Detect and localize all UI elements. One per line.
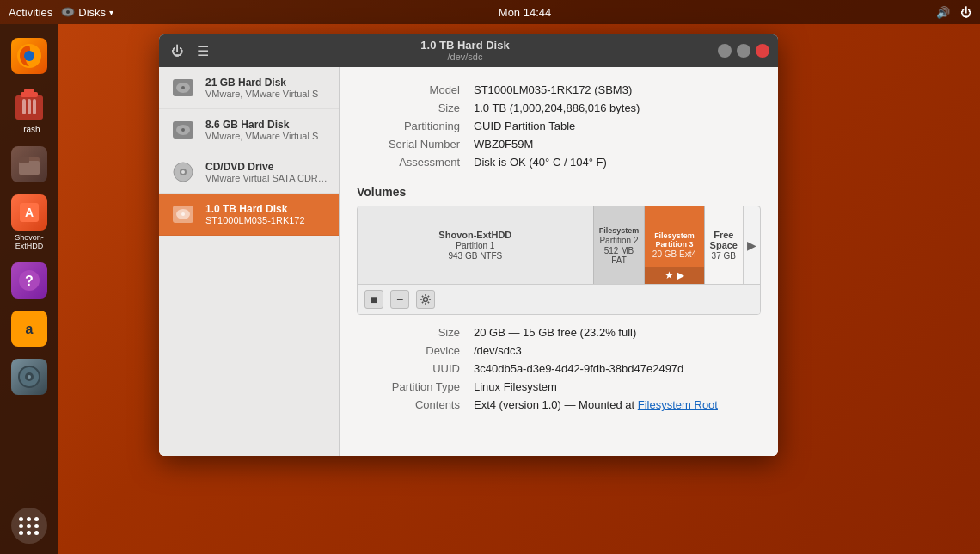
maximize-button[interactable]	[737, 44, 750, 58]
close-button[interactable]	[756, 44, 769, 58]
svg-point-1	[66, 10, 70, 14]
apps-grid-button[interactable]	[11, 508, 47, 544]
volumes-label: Volumes	[357, 185, 761, 199]
part-contents-label: Contents	[357, 396, 469, 414]
filesystem-root-link[interactable]: Filesystem Root	[638, 398, 718, 411]
activities-button[interactable]: Activities	[9, 6, 52, 19]
trash-icon	[11, 86, 47, 122]
partition-ntfs-sub1: Partition 1	[456, 241, 494, 250]
svg-rect-7	[22, 99, 26, 114]
remove-button[interactable]: −	[390, 290, 409, 309]
clock: Mon 14:44	[499, 6, 551, 19]
disk-item-text-1tb: 1.0 TB Hard Disk ST1000LM035-1RK172	[205, 203, 328, 225]
disk-item-text-21gb: 21 GB Hard Disk VMware, VMware Virtual S	[205, 77, 328, 99]
volumes-nav-row: Shovon-ExtHDD Partition 1 943 GB NTFS Fi…	[358, 206, 760, 284]
disk-icon-cdrom	[169, 158, 197, 186]
partition-ntfs-sub2: 943 GB NTFS	[448, 251, 502, 261]
volumes-nav-arrow[interactable]: ▶	[743, 206, 760, 284]
sidebar-item-21gb[interactable]: 21 GB Hard Disk VMware, VMware Virtual S	[159, 67, 339, 109]
power-button[interactable]: ⏻	[168, 42, 187, 59]
svg-point-24	[181, 86, 185, 89]
partition-info-table: Size 20 GB — 15 GB free (23.2% full) Dev…	[357, 323, 761, 414]
serial-label: Serial Number	[357, 135, 469, 153]
svg-point-34	[424, 298, 428, 302]
titlebar: ⏻ ☰ 1.0 TB Hard Disk /dev/sdc	[159, 34, 778, 67]
part-type-label: Partition Type	[357, 378, 469, 396]
disk-icon-1tb	[169, 200, 197, 228]
settings-button[interactable]	[416, 290, 435, 309]
dock-label-trash: Trash	[18, 125, 40, 134]
partition-ext4[interactable]: Filesystem Partition 3 20 GB Ext4 ★ ▶	[645, 206, 704, 284]
disk-item-text-8gb: 8.6 GB Hard Disk VMware, VMware Virtual …	[205, 119, 328, 141]
window-title: 1.0 TB Hard Disk /dev/sdc	[219, 39, 711, 64]
power-icon[interactable]: ⏻	[960, 6, 971, 19]
part-device-value: /dev/sdc3	[469, 342, 761, 360]
partition-ext4-name: Filesystem Partition 3	[650, 231, 698, 249]
window-body: 21 GB Hard Disk VMware, VMware Virtual S…	[159, 67, 778, 456]
dock: Trash A Shovon-ExtHDD	[0, 24, 58, 554]
size-value: 1.0 TB (1,000,204,886,016 bytes)	[469, 99, 761, 117]
dock-item-trash[interactable]: Trash	[3, 83, 55, 138]
model-label: Model	[357, 81, 469, 99]
part-size-value: 20 GB — 15 GB free (23.2% full)	[469, 323, 761, 342]
menu-button[interactable]: ☰	[193, 41, 212, 61]
assessment-value: Disk is OK (40° C / 104° F)	[469, 153, 761, 171]
software-icon: A	[11, 194, 47, 231]
partition-freespace[interactable]: Free Space 37 GB	[705, 206, 743, 284]
desktop: Activities Disks ▾ Mon 14:44 🔊 ⏻	[0, 0, 980, 554]
sidebar-item-cdrom[interactable]: CD/DVD Drive VMware Virtual SATA CDRW Dr…	[159, 151, 339, 194]
volumes-bar: Shovon-ExtHDD Partition 1 943 GB NTFS Fi…	[358, 206, 743, 284]
minimize-button[interactable]	[718, 44, 732, 58]
part-uuid-value: 3c40db5a-d3e9-4d42-9fdb-38bd47e2497d	[469, 360, 761, 378]
disk-icon-8gb	[169, 116, 197, 144]
svg-point-30	[181, 170, 185, 174]
svg-text:?: ?	[25, 274, 34, 288]
svg-rect-8	[28, 99, 31, 114]
volumes-container: Shovon-ExtHDD Partition 1 943 GB NTFS Fi…	[357, 206, 761, 315]
sidebar-item-1tb[interactable]: 1.0 TB Hard Disk ST1000LM035-1RK172	[159, 194, 339, 236]
disk-item-text-cdrom: CD/DVD Drive VMware Virtual SATA CDRW Dr…	[205, 161, 328, 183]
part-type-value: Linux Filesystem	[469, 378, 761, 396]
volume-icon[interactable]: 🔊	[936, 6, 950, 19]
dock-item-help[interactable]: ?	[3, 259, 55, 302]
model-value: ST1000LM035-1RK172 (SBM3)	[469, 81, 761, 99]
disk-app-icon	[61, 5, 75, 19]
freespace-name: Free Space	[710, 230, 738, 250]
window-controls	[718, 44, 769, 58]
svg-point-33	[181, 212, 185, 216]
svg-text:a: a	[26, 322, 34, 336]
partition-ntfs-name: Shovon-ExtHDD	[438, 230, 511, 240]
svg-rect-6	[24, 89, 34, 94]
sidebar-item-8gb[interactable]: 8.6 GB Hard Disk VMware, VMware Virtual …	[159, 109, 339, 151]
dock-item-firefox[interactable]	[3, 34, 55, 77]
main-window: ⏻ ☰ 1.0 TB Hard Disk /dev/sdc	[159, 34, 778, 456]
disk-icon-21gb	[169, 74, 197, 102]
topbar: Activities Disks ▾ Mon 14:44 🔊 ⏻	[0, 0, 980, 24]
main-content: Model ST1000LM035-1RK172 (SBM3) Size 1.0…	[340, 67, 778, 456]
size-label: Size	[357, 99, 469, 117]
svg-rect-12	[19, 157, 29, 163]
svg-text:A: A	[25, 206, 34, 219]
part-contents-value: Ext4 (version 1.0) — Mounted at Filesyst…	[469, 396, 761, 414]
partition-info: Size 20 GB — 15 GB free (23.2% full) Dev…	[357, 323, 761, 414]
partition-fat-name: Filesystem	[599, 226, 640, 235]
dock-item-amazon[interactable]: a	[3, 307, 55, 350]
partition-ntfs[interactable]: Shovon-ExtHDD Partition 1 943 GB NTFS	[358, 206, 594, 284]
stop-button[interactable]: ■	[364, 290, 383, 309]
settings-icon	[420, 293, 432, 305]
app-menu[interactable]: Disks ▾	[61, 5, 113, 19]
freespace-sub1: 37 GB	[712, 251, 736, 261]
partition-fat[interactable]: Filesystem Partition 2 512 MB FAT	[594, 206, 646, 284]
help-icon: ?	[11, 262, 47, 299]
disk-util-icon	[11, 359, 47, 395]
part-uuid-label: UUID	[357, 360, 469, 378]
disk-info-table: Model ST1000LM035-1RK172 (SBM3) Size 1.0…	[357, 81, 761, 171]
partition-ext4-star: ★ ▶	[645, 267, 703, 284]
amazon-icon: a	[11, 311, 47, 347]
dock-item-software[interactable]: A Shovon-ExtHDD	[3, 191, 55, 254]
dock-item-disks[interactable]	[3, 355, 55, 398]
dock-item-files[interactable]	[3, 143, 55, 186]
firefox-icon	[11, 38, 47, 74]
svg-rect-9	[33, 99, 36, 114]
assessment-label: Assessment	[357, 153, 469, 171]
